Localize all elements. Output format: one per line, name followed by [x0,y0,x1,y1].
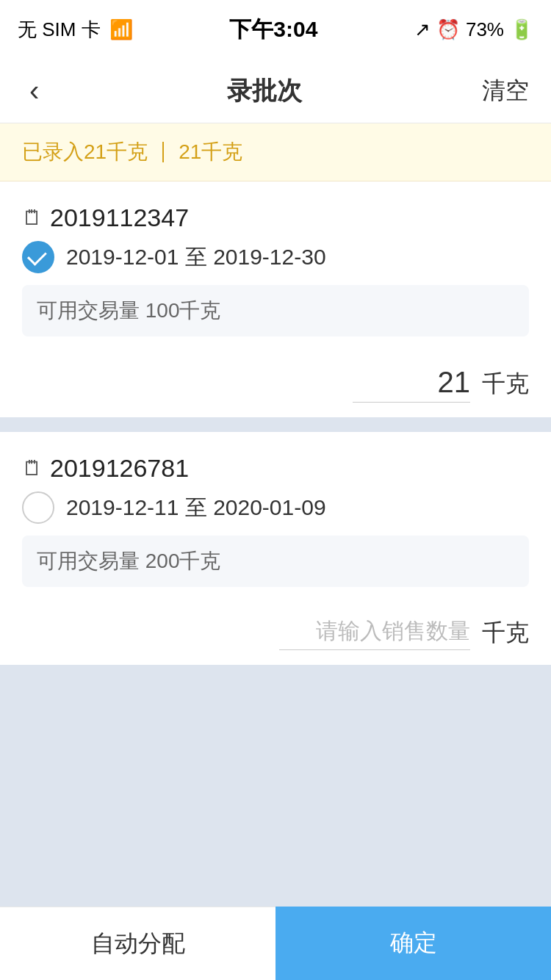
input-row-2: 请输入销售数量 千克 [0,602,551,665]
section-separator [0,417,551,432]
input-placeholder-2: 请输入销售数量 [316,619,470,643]
back-button[interactable]: ‹ [22,67,46,115]
status-left: 无 SIM 卡 📶 [18,17,133,43]
status-time: 下午3:04 [229,15,317,45]
batch-header-1: 🗒 2019112347 [22,203,529,232]
summary-recorded: 已录入21千克 [22,138,148,166]
batch-available-2: 可用交易量 200千克 [22,536,529,587]
clear-button[interactable]: 清空 [482,75,529,107]
auto-distribute-button[interactable]: 自动分配 [0,907,276,980]
status-right: ↗ ⏰ 73% 🔋 [414,18,533,41]
input-unit-2: 千克 [482,617,529,649]
nav-bar: ‹ 录批次 清空 [0,59,551,123]
page-title: 录批次 [227,74,302,108]
summary-banner: 已录入21千克 21千克 [0,123,551,181]
batch-date-1: 2019-12-01 至 2019-12-30 [66,242,326,273]
batch-id-2: 2019126781 [50,454,189,483]
batch-item-2: 🗒 2019126781 2019-12-11 至 2020-01-09 可用交… [0,432,551,602]
batch-header-2: 🗒 2019126781 [22,454,529,483]
quantity-input-2[interactable]: 请输入销售数量 [279,616,470,650]
batch-icon-2: 🗒 [22,456,43,480]
summary-total: 21千克 [179,138,242,166]
radio-btn-2[interactable] [22,491,54,524]
confirm-button[interactable]: 确定 [276,907,551,980]
summary-divider [162,142,164,162]
wifi-icon: 📶 [109,18,133,41]
status-bar: 无 SIM 卡 📶 下午3:04 ↗ ⏰ 73% 🔋 [0,0,551,59]
quantity-display-1[interactable]: 21 [353,366,470,403]
batch-available-1: 可用交易量 100千克 [22,285,529,336]
battery-text: 73% [466,18,504,41]
bottom-bar: 自动分配 确定 [0,907,551,980]
batch-item-1: 🗒 2019112347 2019-12-01 至 2019-12-30 可用交… [0,181,551,351]
quantity-value-1: 21 [438,366,471,398]
alarm-icon: ⏰ [436,18,460,41]
quantity-unit-1: 千克 [482,368,529,400]
batch-date-row-1: 2019-12-01 至 2019-12-30 [22,241,529,273]
batch-icon-1: 🗒 [22,206,43,230]
batch-id-1: 2019112347 [50,203,189,232]
batch-date-row-2: 2019-12-11 至 2020-01-09 [22,491,529,524]
batch-date-2: 2019-12-11 至 2020-01-09 [66,493,326,523]
carrier-text: 无 SIM 卡 [18,17,101,43]
quantity-row-1: 21 千克 [0,351,551,417]
battery-icon: 🔋 [510,18,533,41]
radio-btn-1[interactable] [22,241,54,273]
location-icon: ↗ [414,18,431,41]
